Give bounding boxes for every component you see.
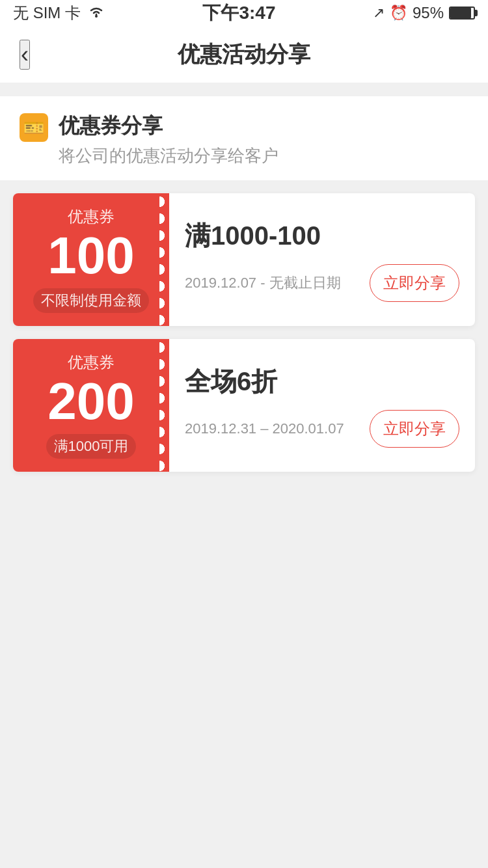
coupon-amount-1: 100 <box>47 230 134 282</box>
svg-point-0 <box>95 15 98 18</box>
section-header: 🎫 优惠券分享 将公司的优惠活动分享给客户 <box>0 96 488 180</box>
section-text-group: 优惠券分享 将公司的优惠活动分享给客户 <box>59 112 278 167</box>
section-icon: 🎫 <box>20 113 48 142</box>
coupon-type-2: 优惠券 <box>68 352 115 373</box>
location-icon: ↗ <box>373 5 385 21</box>
status-bar: 无 SIM 卡 下午3:47 ↗ ⏰ 95% <box>0 0 488 26</box>
section-title: 优惠券分享 <box>59 112 278 141</box>
section-gap-top <box>0 83 488 96</box>
bottom-area <box>0 485 488 810</box>
alarm-icon: ⏰ <box>390 5 407 21</box>
page-title: 优惠活动分享 <box>178 40 310 70</box>
coupon-condition-1: 不限制使用金额 <box>33 288 149 313</box>
coupon-card-2: 优惠券 200 满1000可用 全场6折 2019.12.31 – 2020.0… <box>13 339 475 472</box>
coupon-right-2: 全场6折 2019.12.31 – 2020.01.07 立即分享 <box>169 339 475 472</box>
battery-icon <box>449 7 475 20</box>
coupon-list: 优惠券 100 不限制使用金额 满1000-100 2019.12.07 - 无… <box>0 180 488 485</box>
coupon-type-1: 优惠券 <box>68 206 115 227</box>
share-button-1[interactable]: 立即分享 <box>370 264 459 302</box>
status-left: 无 SIM 卡 <box>13 3 105 23</box>
section-subtitle: 将公司的优惠活动分享给客户 <box>59 144 278 167</box>
status-time: 下午3:47 <box>202 1 275 25</box>
coupon-footer-1: 2019.12.07 - 无截止日期 立即分享 <box>185 264 459 302</box>
coupon-name-1: 满1000-100 <box>185 218 459 254</box>
back-button[interactable]: ‹ <box>20 40 30 70</box>
status-right: ↗ ⏰ 95% <box>373 4 475 22</box>
carrier-text: 无 SIM 卡 <box>13 3 81 23</box>
coupon-amount-2: 200 <box>47 375 134 427</box>
coupon-name-2: 全场6折 <box>185 364 459 400</box>
battery-percent: 95% <box>413 4 444 22</box>
coupon-left-1: 优惠券 100 不限制使用金额 <box>13 193 169 326</box>
nav-bar: ‹ 优惠活动分享 <box>0 26 488 83</box>
coupon-date-1: 2019.12.07 - 无截止日期 <box>185 273 363 293</box>
coupon-date-2: 2019.12.31 – 2020.01.07 <box>185 420 363 437</box>
coupon-right-1: 满1000-100 2019.12.07 - 无截止日期 立即分享 <box>169 193 475 326</box>
coupon-card-1: 优惠券 100 不限制使用金额 满1000-100 2019.12.07 - 无… <box>13 193 475 326</box>
coupon-condition-2: 满1000可用 <box>46 434 137 459</box>
wifi-icon <box>87 4 105 22</box>
coupon-footer-2: 2019.12.31 – 2020.01.07 立即分享 <box>185 410 459 448</box>
share-button-2[interactable]: 立即分享 <box>370 410 459 448</box>
coupon-left-2: 优惠券 200 满1000可用 <box>13 339 169 472</box>
